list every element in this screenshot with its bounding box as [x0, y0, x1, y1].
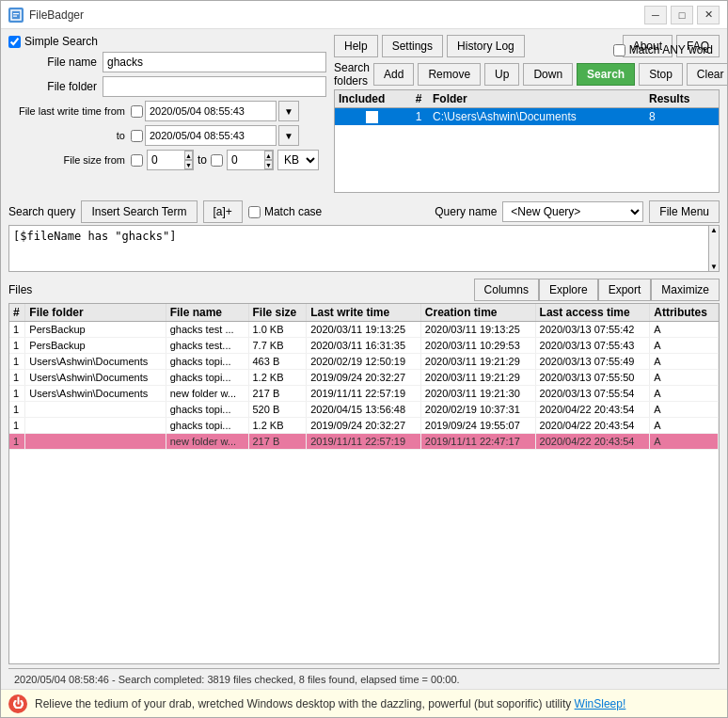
settings-button[interactable]: Settings	[382, 35, 443, 57]
last-write-to-dropdown[interactable]: ▼	[278, 125, 299, 146]
explore-button[interactable]: Explore	[539, 279, 598, 301]
help-button[interactable]: Help	[334, 35, 378, 57]
table-row[interactable]: 1new folder w...217 B2019/11/11 22:57:19…	[9, 434, 719, 450]
svg-rect-0	[11, 10, 21, 20]
search-button[interactable]: Search	[577, 63, 635, 86]
match-any-word-checkbox[interactable]	[613, 44, 625, 56]
table-cell: 2020/04/22 20:43:54	[535, 434, 650, 450]
table-cell: 2020/03/11 19:13:25	[420, 322, 535, 338]
table-cell: 7.7 KB	[248, 338, 307, 354]
folders-table: Included # Folder Results 1 C:\Users\Ash…	[334, 89, 720, 193]
col-number: #	[404, 92, 433, 105]
file-size-to-spinner: ▲ ▼	[227, 150, 274, 170]
table-cell: 2020/03/11 16:31:35	[307, 338, 421, 354]
size-to-up-btn[interactable]: ▲	[264, 151, 273, 160]
history-log-button[interactable]: History Log	[447, 35, 525, 57]
file-menu-button[interactable]: File Menu	[649, 200, 720, 223]
up-folder-button[interactable]: Up	[484, 63, 519, 86]
folder-row[interactable]: 1 C:\Users\Ashwin\Documents 8	[335, 108, 719, 125]
add-folder-button[interactable]: Add	[373, 63, 414, 86]
clear-button[interactable]: Clear	[687, 63, 727, 86]
table-cell: A	[650, 354, 719, 370]
size-from-down-btn[interactable]: ▼	[184, 160, 193, 169]
table-cell: A	[650, 434, 719, 450]
scrollbar-up[interactable]: ▲	[709, 226, 719, 234]
file-name-input[interactable]	[103, 52, 326, 72]
table-cell: new folder w...	[166, 434, 248, 450]
file-folder-row: File folder	[8, 76, 326, 97]
size-from-up-btn[interactable]: ▲	[184, 151, 193, 160]
file-size-to-checkbox[interactable]	[211, 154, 223, 167]
size-to-label: to	[198, 153, 207, 167]
table-cell: A	[650, 338, 719, 354]
file-size-from-checkbox[interactable]	[131, 154, 143, 167]
remove-folder-button[interactable]: Remove	[418, 63, 481, 86]
stop-button[interactable]: Stop	[639, 63, 683, 86]
table-cell: 2020/03/11 19:21:30	[420, 386, 535, 402]
export-button[interactable]: Export	[598, 279, 652, 301]
files-header-row: # File folder File name File size Last w…	[9, 304, 719, 322]
down-folder-button[interactable]: Down	[523, 63, 573, 86]
table-cell	[25, 418, 166, 434]
table-cell: 2020/04/22 20:43:54	[535, 418, 650, 434]
table-row[interactable]: 1Users\Ashwin\Documentsghacks topi...463…	[9, 354, 719, 370]
col-included: Included	[339, 92, 404, 105]
minimize-button[interactable]: ─	[644, 6, 667, 24]
file-size-to-field[interactable]	[231, 151, 264, 169]
last-write-from-checkbox[interactable]	[131, 105, 143, 118]
table-cell: 1	[9, 338, 25, 354]
query-name-label: Query name	[435, 205, 497, 218]
last-write-from-row: File last write time from 2020/05/04 08:…	[8, 101, 326, 121]
files-label: Files	[8, 283, 474, 296]
last-write-to-checkbox[interactable]	[131, 130, 143, 142]
file-folder-input[interactable]	[103, 76, 326, 97]
svg-rect-1	[13, 13, 19, 14]
table-row[interactable]: 1Users\Ashwin\Documentsnew folder w...21…	[9, 386, 719, 402]
table-cell: PersBackup	[25, 338, 166, 354]
folder-checkbox[interactable]	[366, 111, 378, 123]
query-name-select[interactable]: <New Query>	[502, 201, 643, 222]
file-size-row: File size from ▲ ▼ to	[8, 150, 326, 170]
size-unit-select[interactable]: KB B MB GB	[277, 150, 319, 170]
last-write-from-dropdown[interactable]: ▼	[278, 101, 299, 121]
table-cell: 217 B	[248, 386, 307, 402]
col-results: Results	[649, 92, 715, 105]
table-cell: 463 B	[248, 354, 307, 370]
simple-search-checkbox[interactable]	[8, 36, 21, 48]
scrollbar-down[interactable]: ▼	[709, 263, 719, 271]
query-textarea[interactable]: [$fileName has "ghacks"]	[8, 225, 720, 272]
files-section: Files Columns Explore Export Maximize # …	[8, 279, 720, 664]
table-cell: 2020/03/11 19:21:29	[420, 370, 535, 386]
ad-link[interactable]: WinSleep!	[575, 697, 626, 710]
columns-button[interactable]: Columns	[474, 279, 539, 301]
search-query-label: Search query	[8, 205, 75, 218]
file-size-label: File size from	[8, 154, 131, 166]
table-cell: A	[650, 370, 719, 386]
file-name-label: File name	[8, 56, 103, 69]
insert-search-term-button[interactable]: Insert Search Term	[81, 200, 197, 223]
simple-search-label[interactable]: Simple Search	[8, 35, 98, 48]
maximize-button[interactable]: □	[671, 6, 693, 24]
size-to-down-btn[interactable]: ▼	[264, 160, 273, 169]
file-size-from-spinner: ▲ ▼	[147, 150, 194, 170]
maximize-button[interactable]: Maximize	[651, 279, 720, 301]
col-header-created: Creation time	[420, 304, 535, 322]
regex-button[interactable]: [a]+	[203, 200, 243, 223]
table-row[interactable]: 1ghacks topi...520 B2020/04/15 13:56:482…	[9, 402, 719, 418]
query-scrollbar[interactable]: ▲ ▼	[708, 225, 720, 272]
file-size-from-field[interactable]	[151, 151, 184, 169]
table-row[interactable]: 1PersBackupghacks test ...1.0 KB2020/03/…	[9, 322, 719, 338]
table-cell: 2020/03/13 07:55:54	[535, 386, 650, 402]
file-name-row: File name	[8, 52, 326, 72]
table-row[interactable]: 1Users\Ashwin\Documentsghacks topi...1.2…	[9, 370, 719, 386]
table-row[interactable]: 1PersBackupghacks test...7.7 KB2020/03/1…	[9, 338, 719, 354]
table-cell: Users\Ashwin\Documents	[25, 354, 166, 370]
table-cell: 2020/02/19 10:37:31	[420, 402, 535, 418]
close-button[interactable]: ✕	[697, 6, 720, 24]
table-row[interactable]: 1ghacks topi...1.2 KB2019/09/24 20:32:27…	[9, 418, 719, 434]
match-case-checkbox[interactable]	[248, 206, 261, 218]
table-cell: 1	[9, 354, 25, 370]
files-table-body: 1PersBackupghacks test ...1.0 KB2020/03/…	[9, 322, 719, 450]
col-header-lastaccess: Last access time	[535, 304, 650, 322]
table-cell: A	[650, 402, 719, 418]
